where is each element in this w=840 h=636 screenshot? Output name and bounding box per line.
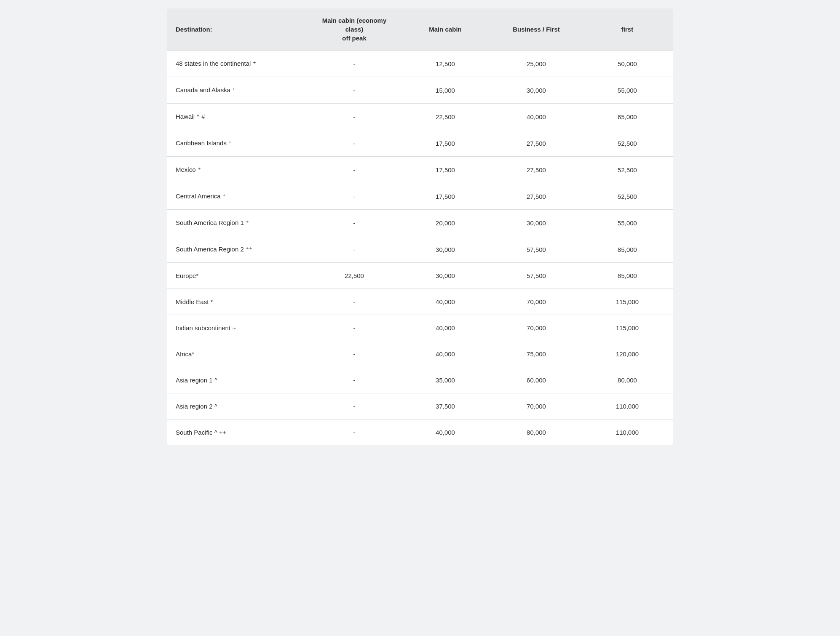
cell-main_cabin: 30,000 [400, 263, 491, 289]
cell-off_peak: 22,500 [309, 263, 400, 289]
table-row: Asia region 1 ^-35,00060,00080,000 [167, 367, 673, 393]
cell-off_peak: - [309, 51, 400, 77]
cell-first: 85,000 [582, 236, 673, 263]
cell-off_peak: - [309, 420, 400, 446]
cell-business_first: 30,000 [491, 210, 582, 236]
cell-destination: South Pacific ^ ++ [167, 420, 309, 446]
cell-destination: Canada and Alaska ⁺ [167, 77, 309, 104]
cell-main_cabin: 15,000 [400, 77, 491, 104]
cell-destination: South America Region 1 ⁺ [167, 210, 309, 236]
cell-off_peak: - [309, 315, 400, 341]
table-row: Hawaii ⁺ #-22,50040,00065,000 [167, 104, 673, 130]
cell-main_cabin: 17,500 [400, 130, 491, 157]
cell-business_first: 70,000 [491, 315, 582, 341]
table-row: Central America ⁺-17,50027,50052,500 [167, 183, 673, 210]
cell-first: 50,000 [582, 51, 673, 77]
header-destination: Destination: [167, 8, 309, 51]
awards-table-container: Destination: Main cabin (economy class) … [167, 8, 673, 445]
table-row: Europe*22,50030,00057,50085,000 [167, 263, 673, 289]
cell-off_peak: - [309, 183, 400, 210]
cell-main_cabin: 22,500 [400, 104, 491, 130]
cell-first: 65,000 [582, 104, 673, 130]
cell-off_peak: - [309, 210, 400, 236]
cell-business_first: 30,000 [491, 77, 582, 104]
cell-destination: Asia region 2 ^ [167, 393, 309, 420]
cell-main_cabin: 20,000 [400, 210, 491, 236]
table-row: Mexico ⁺-17,50027,50052,500 [167, 157, 673, 183]
header-business-first: Business / First [491, 8, 582, 51]
cell-off_peak: - [309, 393, 400, 420]
cell-off_peak: - [309, 77, 400, 104]
table-row: Caribbean Islands ⁺-17,50027,50052,500 [167, 130, 673, 157]
cell-business_first: 70,000 [491, 393, 582, 420]
cell-business_first: 27,500 [491, 130, 582, 157]
cell-destination: Caribbean Islands ⁺ [167, 130, 309, 157]
cell-main_cabin: 40,000 [400, 315, 491, 341]
cell-first: 52,500 [582, 157, 673, 183]
cell-off_peak: - [309, 236, 400, 263]
cell-off_peak: - [309, 289, 400, 315]
cell-first: 110,000 [582, 393, 673, 420]
cell-main_cabin: 40,000 [400, 341, 491, 367]
cell-business_first: 57,500 [491, 236, 582, 263]
cell-off_peak: - [309, 130, 400, 157]
table-row: Indian subcontinent ~-40,00070,000115,00… [167, 315, 673, 341]
table-row: South Pacific ^ ++-40,00080,000110,000 [167, 420, 673, 446]
table-row: Middle East *-40,00070,000115,000 [167, 289, 673, 315]
table-row: Africa*-40,00075,000120,000 [167, 341, 673, 367]
awards-table: Destination: Main cabin (economy class) … [167, 8, 673, 445]
table-row: South America Region 1 ⁺-20,00030,00055,… [167, 210, 673, 236]
cell-main_cabin: 35,000 [400, 367, 491, 393]
table-header-row: Destination: Main cabin (economy class) … [167, 8, 673, 51]
cell-business_first: 57,500 [491, 263, 582, 289]
cell-destination: Africa* [167, 341, 309, 367]
cell-business_first: 40,000 [491, 104, 582, 130]
cell-first: 115,000 [582, 289, 673, 315]
cell-destination: Middle East * [167, 289, 309, 315]
cell-business_first: 27,500 [491, 157, 582, 183]
header-off-peak: Main cabin (economy class) off peak [309, 8, 400, 51]
cell-business_first: 27,500 [491, 183, 582, 210]
cell-main_cabin: 17,500 [400, 157, 491, 183]
cell-off_peak: - [309, 157, 400, 183]
cell-destination: Hawaii ⁺ # [167, 104, 309, 130]
cell-first: 80,000 [582, 367, 673, 393]
cell-destination: 48 states in the continental ⁺ [167, 51, 309, 77]
cell-off_peak: - [309, 341, 400, 367]
cell-first: 110,000 [582, 420, 673, 446]
cell-destination: Europe* [167, 263, 309, 289]
cell-business_first: 70,000 [491, 289, 582, 315]
cell-first: 120,000 [582, 341, 673, 367]
cell-off_peak: - [309, 104, 400, 130]
cell-destination: Indian subcontinent ~ [167, 315, 309, 341]
cell-off_peak: - [309, 367, 400, 393]
cell-destination: South America Region 2 ⁺⁺ [167, 236, 309, 263]
cell-business_first: 80,000 [491, 420, 582, 446]
cell-business_first: 60,000 [491, 367, 582, 393]
cell-destination: Mexico ⁺ [167, 157, 309, 183]
cell-first: 115,000 [582, 315, 673, 341]
cell-main_cabin: 40,000 [400, 289, 491, 315]
cell-business_first: 25,000 [491, 51, 582, 77]
cell-destination: Central America ⁺ [167, 183, 309, 210]
header-first: first [582, 8, 673, 51]
table-row: 48 states in the continental ⁺-12,50025,… [167, 51, 673, 77]
table-row: South America Region 2 ⁺⁺-30,00057,50085… [167, 236, 673, 263]
cell-main_cabin: 40,000 [400, 420, 491, 446]
header-main-cabin: Main cabin [400, 8, 491, 51]
cell-main_cabin: 37,500 [400, 393, 491, 420]
table-row: Canada and Alaska ⁺-15,00030,00055,000 [167, 77, 673, 104]
cell-business_first: 75,000 [491, 341, 582, 367]
cell-main_cabin: 30,000 [400, 236, 491, 263]
cell-first: 85,000 [582, 263, 673, 289]
cell-main_cabin: 17,500 [400, 183, 491, 210]
cell-main_cabin: 12,500 [400, 51, 491, 77]
cell-first: 52,500 [582, 130, 673, 157]
cell-first: 55,000 [582, 210, 673, 236]
cell-destination: Asia region 1 ^ [167, 367, 309, 393]
table-row: Asia region 2 ^-37,50070,000110,000 [167, 393, 673, 420]
cell-first: 55,000 [582, 77, 673, 104]
cell-first: 52,500 [582, 183, 673, 210]
